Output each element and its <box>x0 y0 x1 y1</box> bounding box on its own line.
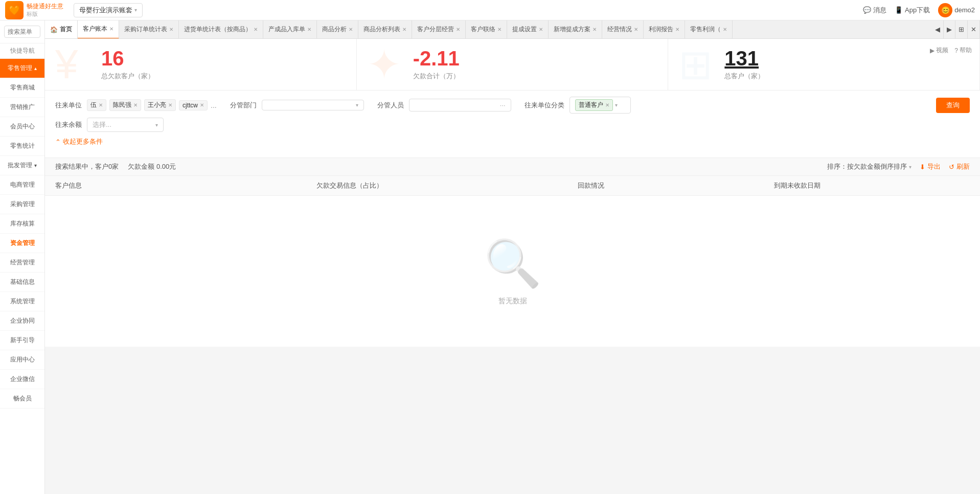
search-input[interactable] <box>4 26 40 38</box>
tab-close-icon[interactable]: ✕ <box>539 27 543 32</box>
message-button[interactable]: 💬 消息 <box>863 6 886 15</box>
tab-close-icon[interactable]: ✕ <box>675 27 679 32</box>
tab-customer-contact[interactable]: 客户联络 ✕ <box>466 20 507 39</box>
tab-close-icon[interactable]: ✕ <box>349 27 353 32</box>
tag-close-icon[interactable]: ✕ <box>99 102 103 108</box>
sidebar-item-ecommerce[interactable]: 电商管理 <box>0 175 44 195</box>
filter-row-1: 往来单位 伍 ✕ 陈民强 ✕ 王小亮 <box>55 97 970 114</box>
help-btn[interactable]: ? 帮助 <box>954 46 972 55</box>
logo-text: 畅捷通好生意 标版 <box>27 3 63 18</box>
help-area: ▶ 视频 ? 帮助 <box>930 46 972 55</box>
download-icon: 📱 <box>895 6 903 14</box>
tab-customer-tier[interactable]: 客户分层经营 ✕ <box>412 20 466 39</box>
col-header-1: 欠款交易信息（占比） <box>316 181 578 190</box>
tab-close-icon[interactable]: ✕ <box>254 27 258 32</box>
tab-close-icon[interactable]: ✕ <box>109 26 113 32</box>
tab-expand-btn[interactable]: ⊞ <box>955 20 968 39</box>
sidebar-item-retail-stat[interactable]: 零售统计 <box>0 137 44 156</box>
tab-close-all-btn[interactable]: ✕ <box>968 20 980 39</box>
sidebar-item-quick-nav[interactable]: 快捷导航 <box>0 43 44 59</box>
collapse-button[interactable]: ⌃ 收起更多条件 <box>55 134 970 149</box>
sidebar-item-ops[interactable]: 经营管理 <box>0 253 44 273</box>
unit-label: 往来单位 <box>55 101 82 110</box>
remainder-selector[interactable]: 选择... ▾ <box>87 118 164 132</box>
filter-tag-1[interactable]: 陈民强 ✕ <box>109 99 141 111</box>
tab-product-analysis[interactable]: 商品分析 ✕ <box>317 20 358 39</box>
refresh-button[interactable]: ↺ 刷新 <box>949 162 970 171</box>
tab-prev-btn[interactable]: ◀ <box>932 20 944 39</box>
sidebar-item-wechat[interactable]: 企业微信 <box>0 370 44 389</box>
sidebar-item-capital[interactable]: 资金管理 <box>0 234 44 253</box>
tab-close-icon[interactable]: ✕ <box>169 27 173 32</box>
sort-selector[interactable]: 排序：按欠款金额倒序排序 ▾ <box>827 162 911 171</box>
stat-block-customers: ¥ 16 总欠款客户（家） <box>45 39 357 90</box>
sidebar-item-wholesale[interactable]: 批发管理 ▾ <box>0 156 44 175</box>
tag-close-icon[interactable]: ✕ <box>168 102 172 108</box>
chevron-down-icon: ▾ <box>615 102 618 108</box>
stat-total-value[interactable]: 131 <box>724 48 764 69</box>
tag-close-icon[interactable]: ✕ <box>200 102 204 108</box>
person-selector[interactable]: ··· <box>409 99 511 111</box>
tab-close-icon[interactable]: ✕ <box>456 27 460 32</box>
tab-close-icon[interactable]: ✕ <box>634 27 638 32</box>
tag-close-icon[interactable]: ✕ <box>605 102 609 108</box>
tab-retail-profit[interactable]: 零售利润（ ✕ <box>685 20 733 39</box>
tab-close-icon[interactable]: ✕ <box>497 27 502 32</box>
dept-label: 分管部门 <box>230 101 257 110</box>
more-persons-icon[interactable]: ··· <box>500 101 506 109</box>
tab-product-instock[interactable]: 产成品入库单 ✕ <box>263 20 317 39</box>
tab-customer-capital[interactable]: 客户账本 ✕ <box>78 20 119 39</box>
logo-area: 🧡 畅捷通好生意 标版 <box>5 1 63 19</box>
tab-home[interactable]: 🏠 首页 <box>45 20 78 39</box>
sidebar-item-new-guide[interactable]: 新手引导 <box>0 331 44 350</box>
chevron-down-icon: ▾ <box>909 164 911 170</box>
tab-purchase-stat[interactable]: 进货单统计表（按商品） ✕ <box>179 20 263 39</box>
sidebar-item-basic[interactable]: 基础信息 <box>0 273 44 292</box>
export-button[interactable]: ⬇ 导出 <box>920 162 941 171</box>
sidebar-item-purchase[interactable]: 采购管理 <box>0 195 44 214</box>
sidebar-item-member[interactable]: 会员中心 <box>0 117 44 137</box>
empty-state: 🔍 暂无数据 <box>45 196 980 347</box>
sidebar-item-sys[interactable]: 系统管理 <box>0 292 44 311</box>
sidebar-item-inventory[interactable]: 库存核算 <box>0 214 44 234</box>
filter-more-btn[interactable]: ... <box>211 101 217 109</box>
empty-text: 暂无数据 <box>498 297 527 306</box>
tab-operation-status[interactable]: 经营情况 ✕ <box>602 20 644 39</box>
filter-tag-2[interactable]: 王小亮 ✕ <box>144 99 176 111</box>
app-download-button[interactable]: 📱 App下载 <box>895 6 930 15</box>
tab-close-icon[interactable]: ✕ <box>307 27 311 32</box>
dept-selector[interactable]: ▾ <box>262 100 364 110</box>
sidebar-item-app-center[interactable]: 应用中心 <box>0 350 44 370</box>
video-help-btn[interactable]: ▶ 视频 <box>930 46 948 55</box>
refresh-icon: ↺ <box>949 163 954 171</box>
tab-new-promotion[interactable]: 新增提成方案 ✕ <box>549 20 602 39</box>
sidebar-item-retail-mall[interactable]: 零售商城 <box>0 78 44 98</box>
query-button[interactable]: 查询 <box>936 98 970 113</box>
sidebar-item-marketing[interactable]: 营销推广 <box>0 98 44 117</box>
tab-bar: 🏠 首页 客户账本 ✕ 采购订单统计表 ✕ 进货单统计表（按商品） ✕ 产成品入… <box>45 20 980 39</box>
tab-close-icon[interactable]: ✕ <box>402 27 406 32</box>
unit-type-label: 往来单位分类 <box>525 101 564 110</box>
filter-tag-0[interactable]: 伍 ✕ <box>87 99 106 111</box>
tab-next-btn[interactable]: ▶ <box>944 20 955 39</box>
stats-panel: ¥ 16 总欠款客户（家） ✦ -2.11 欠款合计（万） <box>45 39 980 91</box>
tab-product-analysis-list[interactable]: 商品分析列表 ✕ <box>358 20 412 39</box>
tab-close-icon[interactable]: ✕ <box>592 27 597 32</box>
sidebar-item-enterprise[interactable]: 企业协同 <box>0 311 44 331</box>
tab-close-icon[interactable]: ✕ <box>723 27 727 32</box>
user-menu[interactable]: 😊 demo2 <box>938 3 975 17</box>
stat-total-label: 总客户（家） <box>724 72 764 81</box>
tab-profit-report[interactable]: 利润报告 ✕ <box>644 20 685 39</box>
col-header-3: 到期未收款日期 <box>774 181 970 190</box>
filter-tag-3[interactable]: cjttcw ✕ <box>179 100 208 110</box>
sidebar-item-retail-mgmt[interactable]: 零售管理 ▴ <box>0 59 44 78</box>
stat-owed-label: 欠款合计（万） <box>413 72 460 81</box>
main-content: ¥ 16 总欠款客户（家） ✦ -2.11 欠款合计（万） <box>45 39 980 494</box>
video-icon: ▶ <box>930 47 935 54</box>
sidebar-item-vip[interactable]: 畅会员 <box>0 389 44 409</box>
tab-promotion-settings[interactable]: 提成设置 ✕ <box>507 20 549 39</box>
tab-purchase-order[interactable]: 采购订单统计表 ✕ <box>119 20 179 39</box>
account-selector[interactable]: 母婴行业演示账套 ▾ <box>74 3 143 17</box>
unit-type-selector[interactable]: 普通客户 ✕ ▾ <box>569 97 631 114</box>
tag-close-icon[interactable]: ✕ <box>133 102 138 108</box>
